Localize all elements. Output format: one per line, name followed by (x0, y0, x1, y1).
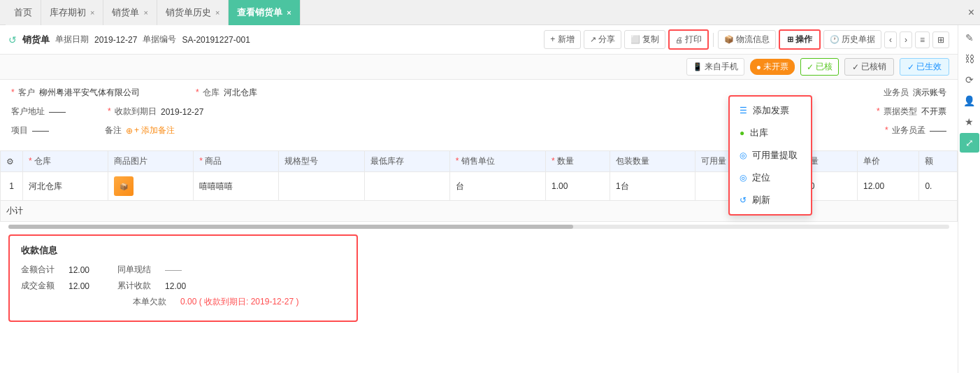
due-date-field: * 收款到期日 2019-12-27 (108, 106, 203, 118)
confirm-button[interactable]: ✓ 已核 (800, 58, 839, 76)
location-icon: ◎ (740, 173, 747, 183)
share-button[interactable]: ↗ 分享 (584, 30, 621, 49)
ticket-value: 不开票 (921, 106, 946, 118)
col-product-img: 商品图片 (108, 151, 194, 172)
amount-total-value: 12.00 (69, 265, 89, 275)
col-warehouse: * 仓库 (23, 151, 108, 172)
payment-title: 收款信息 (21, 244, 345, 257)
deal-amount-value: 12.00 (69, 281, 89, 291)
user-icon[interactable]: 👤 (960, 91, 979, 111)
sales-table: ⚙ * 仓库 商品图片 * 商品 规格型号 最低库存 * 销售单位 * 数量 包… (0, 150, 958, 222)
total-received-value: 12.00 (165, 281, 186, 291)
warehouse-value: 河北仓库 (224, 87, 257, 99)
operation-dropdown: ☰ 添加发票 ● 出库 ◎ 可用量提取 ◎ 定位 ↺ 刷新 (728, 95, 812, 216)
dropdown-available-qty[interactable]: ◎ 可用量提取 (730, 144, 811, 167)
history-button[interactable]: 🕐 历史单据 (823, 30, 881, 49)
staff-value: 演示账号 (913, 87, 946, 99)
row-pack-qty: 1台 (610, 172, 696, 201)
row-product: 嘻嘻嘻嘻 (194, 172, 279, 201)
row-product-img: 📦 (108, 172, 194, 201)
address-value: —— (49, 107, 66, 117)
effect-check-icon: ✓ (907, 62, 914, 72)
view-grid-button[interactable]: ⊞ (932, 31, 949, 48)
payment-row-2: 成交金额 12.00 累计收款 12.00 (21, 280, 345, 292)
row-unit: 台 (449, 172, 545, 201)
col-unit: * 销售单位 (449, 151, 545, 172)
row-warehouse: 河北仓库 (23, 172, 108, 201)
total-received-label: 累计收款 (117, 280, 159, 292)
close-tab-view-sales[interactable]: × (287, 8, 291, 17)
col-unit-price: 单价 (858, 151, 919, 172)
deal-amount-item: 成交金额 12.00 (21, 280, 89, 292)
col-qty: * 数量 (546, 151, 610, 172)
biz-staff-field: * 业务员孟 —— (885, 125, 946, 136)
row-qty: 1.00 (546, 172, 610, 201)
tab-bar: 首页 库存期初 × 销货单 × 销货单历史 × 查看销货单 × × (0, 0, 980, 25)
address-field: 客户地址 —— (11, 106, 66, 118)
tab-sales-history[interactable]: 销货单历史 × (157, 0, 229, 25)
not-open-ticket-button[interactable]: ● 未开票 (750, 59, 795, 75)
content-pane: ↺ 销货单 单据日期 2019-12-27 单据编号 SA-20191227-0… (0, 25, 958, 373)
from-phone-button[interactable]: 📱 来自手机 (686, 58, 744, 76)
dropdown-out-stock[interactable]: ● 出库 (730, 122, 811, 144)
tab-home[interactable]: 首页 (6, 0, 41, 25)
project-value: —— (32, 126, 49, 136)
same-order-settle-item: 同单现结 —— (117, 264, 182, 276)
no-label: 单据编号 (143, 34, 176, 45)
doc-title: 销货单 (22, 34, 50, 46)
row-num: 1 (1, 172, 23, 201)
col-pack-qty: 包装数量 (610, 151, 696, 172)
nav-prev-button[interactable]: ‹ (884, 31, 897, 48)
dropdown-refresh[interactable]: ↺ 刷新 (730, 189, 811, 211)
warehouse-required-mark: * (196, 87, 199, 97)
date-label: 单据日期 (55, 34, 89, 45)
col-amount: 额 (919, 151, 958, 172)
tab-view-sales[interactable]: 查看销货单 × (229, 0, 300, 25)
add-note-button[interactable]: ⊕ + 添加备注 (126, 125, 175, 136)
no-value: SA-20191227-001 (182, 35, 250, 45)
logistics-button[interactable]: 📦 物流信息 (718, 30, 776, 49)
biz-staff-value: —— (930, 126, 946, 136)
sold-status-badge: ✓ 已核销 (844, 58, 894, 76)
same-order-settle-label: 同单现结 (117, 264, 159, 276)
close-tab-sales[interactable]: × (143, 8, 147, 17)
close-tab-sales-history[interactable]: × (215, 8, 219, 17)
subtotal-row: 小计 (1, 201, 958, 222)
out-stock-icon: ● (740, 128, 744, 138)
col-spec: 规格型号 (279, 151, 364, 172)
ticket-required-mark: * (877, 106, 880, 116)
doc-info: ↺ 销货单 单据日期 2019-12-27 单据编号 SA-20191227-0… (8, 34, 540, 46)
edit-icon[interactable]: ✎ (960, 28, 979, 48)
window-close-button[interactable]: × (968, 6, 974, 19)
payment-info-box: 收款信息 金额合计 12.00 同单现结 —— 成交金额 12.00 (8, 234, 358, 322)
table-row: 1 河北仓库 📦 嘻嘻嘻嘻 台 1.00 1台 (1, 172, 958, 201)
sync-icon[interactable]: ⟳ (960, 70, 979, 90)
product-image: 📦 (114, 176, 134, 196)
deal-amount-label: 成交金额 (21, 280, 63, 292)
operation-button[interactable]: ⊞ 操作 (779, 29, 821, 50)
row-amount: 0. (919, 172, 958, 201)
dropdown-location[interactable]: ◎ 定位 (730, 167, 811, 189)
dropdown-add-ticket[interactable]: ☰ 添加发票 (730, 99, 811, 122)
view-list-button[interactable]: ≡ (915, 31, 930, 48)
form-area: * 客户 柳州粤港平安气体有限公司 * 仓库 河北仓库 业务员 (0, 80, 958, 150)
expand-icon[interactable]: ⤢ (960, 133, 979, 153)
project-field: 项目 —— (11, 125, 49, 136)
new-button[interactable]: + 新增 (544, 30, 580, 49)
tab-inventory[interactable]: 库存期初 × (41, 0, 103, 25)
print-button[interactable]: 🖨 打印 (668, 29, 709, 50)
horizontal-scrollbar[interactable] (8, 225, 949, 229)
main-area: ↺ 销货单 单据日期 2019-12-27 单据编号 SA-20191227-0… (0, 25, 980, 373)
warehouse-field: * 仓库 河北仓库 (196, 87, 257, 99)
tab-sales[interactable]: 销货单 × (103, 0, 157, 25)
close-tab-inventory[interactable]: × (90, 8, 94, 17)
link-icon[interactable]: ⛓ (960, 49, 979, 69)
copy-button[interactable]: ⬜ 复制 (624, 30, 665, 49)
owed-amount-item: 本单欠款 0.00 ( 收款到期日: 2019-12-27 ) (133, 296, 298, 308)
nav-next-button[interactable]: › (900, 31, 912, 48)
row-unit-price: 12.00 (858, 172, 919, 201)
add-ticket-icon: ☰ (740, 106, 747, 115)
customer-field: * 客户 柳州粤港平安气体有限公司 (11, 87, 140, 99)
payment-row-1: 金额合计 12.00 同单现结 —— (21, 264, 345, 276)
star-icon[interactable]: ★ (960, 112, 979, 132)
